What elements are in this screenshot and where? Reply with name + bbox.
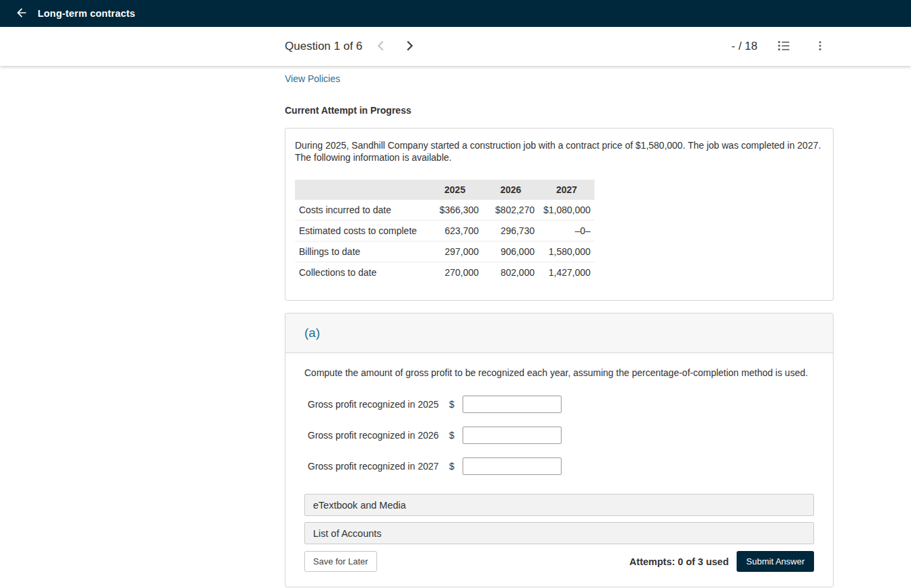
part-a-footer: Save for Later Attempts: 0 of 3 used Sub…: [304, 551, 814, 572]
table-row: Estimated costs to complete 623,700 296,…: [295, 221, 595, 242]
table-header-2026: 2026: [483, 180, 539, 200]
row-value: 906,000: [483, 242, 539, 262]
row-label: Estimated costs to complete: [295, 221, 427, 242]
row-value: $366,300: [427, 200, 483, 221]
table-row: Billings to date 297,000 906,000 1,580,0…: [295, 242, 595, 262]
part-a-label: (a): [304, 326, 320, 340]
dollar-sign: $: [449, 461, 454, 472]
row-label: Billings to date: [295, 242, 427, 262]
next-question-button[interactable]: [400, 37, 419, 56]
question-toolbar: Question 1 of 6 - / 18: [0, 27, 911, 66]
back-button[interactable]: [11, 3, 32, 24]
arrow-left-icon: [15, 6, 28, 22]
save-for-later-button[interactable]: Save for Later: [304, 551, 377, 572]
assignment-title: Long-term contracts: [38, 8, 135, 19]
kebab-menu-icon: [814, 40, 826, 54]
question-content: View Policies Current Attempt in Progres…: [285, 66, 834, 588]
etextbook-media-label: eTextbook and Media: [313, 500, 406, 511]
field-label: Gross profit recognized in 2027: [308, 461, 449, 472]
view-policies-link[interactable]: View Policies: [285, 73, 340, 84]
question-list-button[interactable]: [774, 36, 794, 57]
gross-profit-2027-row: Gross profit recognized in 2027 $: [304, 457, 814, 475]
row-value: –0–: [539, 221, 595, 242]
table-row: Costs incurred to date $366,300 $802,270…: [295, 200, 595, 221]
table-header-2027: 2027: [539, 180, 595, 200]
question-counter: Question 1 of 6: [285, 40, 362, 53]
problem-statement: During 2025, Sandhill Company started a …: [295, 139, 823, 163]
row-label: Collections to date: [295, 262, 427, 283]
contract-data-table: 2025 2026 2027 Costs incurred to date $3…: [295, 180, 595, 283]
list-of-accounts-expander[interactable]: List of Accounts: [304, 522, 814, 544]
table-header-blank: [295, 180, 427, 200]
chevron-right-icon: [402, 38, 417, 55]
previous-question-button[interactable]: [372, 37, 391, 56]
problem-card: During 2025, Sandhill Company started a …: [285, 128, 834, 301]
row-value: 1,427,000: [539, 262, 595, 283]
field-label: Gross profit recognized in 2025: [308, 399, 449, 410]
attempts-counter: Attempts: 0 of 3 used: [630, 556, 729, 567]
table-row: Collections to date 270,000 802,000 1,42…: [295, 262, 595, 283]
gross-profit-2026-input[interactable]: [463, 427, 562, 444]
table-header-row: 2025 2026 2027: [295, 180, 595, 200]
gross-profit-2027-input[interactable]: [463, 457, 562, 475]
app-bar: Long-term contracts: [0, 0, 911, 27]
row-value: 270,000: [427, 262, 483, 283]
submit-answer-button[interactable]: Submit Answer: [737, 551, 814, 572]
more-options-button[interactable]: [810, 36, 830, 57]
row-value: 802,000: [483, 262, 539, 283]
part-a-header: (a): [285, 314, 833, 353]
row-label: Costs incurred to date: [295, 200, 427, 221]
dollar-sign: $: [449, 399, 454, 410]
etextbook-media-expander[interactable]: eTextbook and Media: [304, 494, 814, 516]
row-value: $802,270: [483, 200, 539, 221]
part-a-instruction: Compute the amount of gross profit to be…: [304, 367, 814, 378]
row-value: 1,580,000: [539, 242, 595, 262]
question-score: - / 18: [731, 40, 757, 53]
row-value: 623,700: [427, 221, 483, 242]
dollar-sign: $: [449, 430, 454, 441]
gross-profit-2025-row: Gross profit recognized in 2025 $: [304, 396, 814, 413]
part-a-card: (a) Compute the amount of gross profit t…: [285, 313, 834, 587]
row-value: 296,730: [483, 221, 539, 242]
row-value: 297,000: [427, 242, 483, 262]
table-header-2025: 2025: [427, 180, 483, 200]
gross-profit-2025-input[interactable]: [463, 396, 562, 413]
chevron-left-icon: [374, 38, 389, 55]
ordered-list-icon: [776, 38, 791, 55]
gross-profit-2026-row: Gross profit recognized in 2026 $: [304, 427, 814, 444]
row-value: $1,080,000: [539, 200, 595, 221]
current-attempt-heading: Current Attempt in Progress: [285, 105, 834, 116]
list-of-accounts-label: List of Accounts: [313, 528, 382, 539]
field-label: Gross profit recognized in 2026: [308, 430, 449, 441]
